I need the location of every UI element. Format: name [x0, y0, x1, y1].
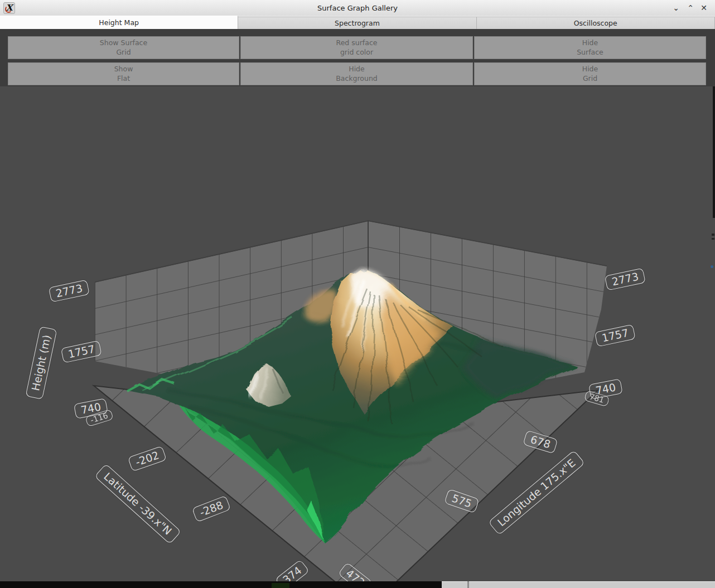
desktop-edge-dot	[711, 265, 713, 268]
desktop-window-edge	[442, 581, 715, 588]
show-surface-grid-button[interactable]: Show Surface Grid	[8, 36, 239, 59]
title-bar[interactable]: X Surface Graph Gallery ⌄ ⌃ ✕	[0, 0, 715, 16]
desktop-edge-sliver	[713, 86, 715, 218]
tab-spectrogram[interactable]: Spectrogram	[238, 17, 476, 29]
hide-background-button[interactable]: Hide Background	[240, 62, 473, 85]
hide-grid-button[interactable]: Hide Grid	[474, 62, 706, 85]
desktop-window-notch	[467, 581, 469, 588]
tab-bar: Height Map Spectrogram Oscilloscope	[0, 16, 715, 29]
minimize-icon[interactable]: ⌄	[669, 0, 683, 16]
maximize-icon[interactable]: ⌃	[684, 0, 697, 16]
app-icon: X	[3, 2, 15, 14]
surface-grid-color-button[interactable]: Red surface grid color	[240, 36, 473, 59]
window-title: Surface Graph Gallery	[0, 4, 715, 12]
x11-icon	[5, 6, 12, 13]
desktop-sliver	[0, 581, 715, 588]
show-flat-button[interactable]: Show Flat	[8, 62, 239, 85]
application-window: X Surface Graph Gallery ⌄ ⌃ ✕ Height Map…	[0, 0, 715, 588]
surface-plot-view[interactable]: 2773 1757 740 -116 Height (m) 2773 1757 …	[0, 86, 715, 581]
desktop-edge-mark	[712, 238, 714, 240]
tab-height-map[interactable]: Height Map	[0, 16, 238, 29]
hide-surface-button[interactable]: Hide Surface	[474, 36, 706, 59]
desktop-edge-mark	[712, 234, 714, 236]
toolbar: Show Surface Grid Red surface grid color…	[0, 29, 715, 86]
desktop-speck	[272, 583, 289, 588]
tab-oscilloscope[interactable]: Oscilloscope	[477, 17, 715, 29]
close-icon[interactable]: ✕	[697, 0, 711, 16]
